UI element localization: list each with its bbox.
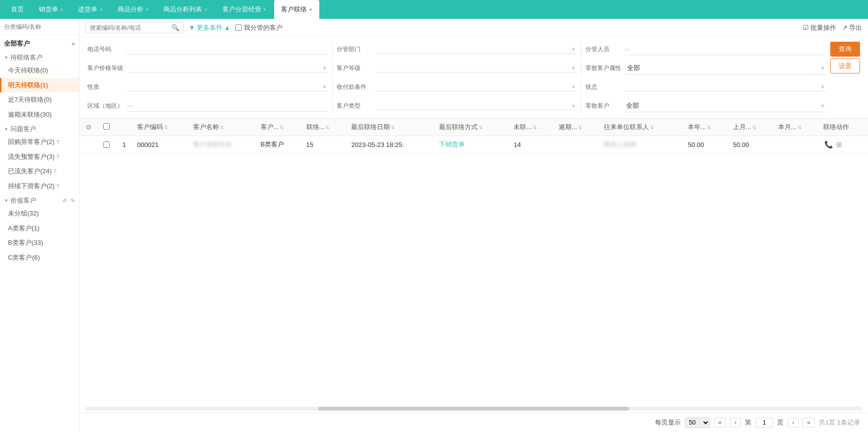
batch-op-btn[interactable]: ☑ 批量操作 xyxy=(803,23,836,32)
sort-overdue-icon[interactable]: ⇅ xyxy=(578,125,582,130)
export-btn[interactable]: ↗ 导出 xyxy=(842,23,862,32)
sort-no-contact-icon[interactable]: ⇅ xyxy=(533,125,537,130)
sort-last-method-icon[interactable]: ⇅ xyxy=(479,125,483,130)
search-input[interactable] xyxy=(90,24,169,31)
filter-cust-level-label: 客户等级 xyxy=(337,64,371,72)
filter-search-icon[interactable]: 🔍 xyxy=(171,24,179,31)
sidebar-item-declining[interactable]: 持续下滑客户(2) ? xyxy=(0,179,79,194)
col-last-date: 最后联络日期⇅ xyxy=(347,119,435,136)
sort-this-year-icon[interactable]: ⇅ xyxy=(707,125,711,130)
action-more-icon[interactable]: ⊞ xyxy=(836,141,842,148)
filter-phone-input[interactable] xyxy=(126,44,328,55)
value-group-edit[interactable]: ✎ xyxy=(71,198,75,204)
prev-page-btn[interactable]: ‹ xyxy=(730,418,741,428)
sidebar-item-7days[interactable]: 近7天待联络(0) xyxy=(0,92,79,107)
table-gear-icon[interactable]: ⚙ xyxy=(85,123,92,131)
filter-scatter-attr-arrow: ∨ xyxy=(821,65,824,71)
col-last-month: 上月...⇅ xyxy=(729,119,774,136)
scrollbar-thumb[interactable] xyxy=(318,407,629,411)
nav-analysis-list-close[interactable]: × xyxy=(204,6,207,12)
sidebar-all-customers[interactable]: 全部客户 « xyxy=(0,35,79,50)
sidebar-search-input[interactable] xyxy=(4,23,78,30)
nav-home[interactable]: 首页 xyxy=(4,0,31,19)
filter-price-level-arrow: ∨ xyxy=(323,65,326,71)
sort-last-date-icon[interactable]: ⇅ xyxy=(391,125,395,130)
sidebar-item-churned[interactable]: 已流失客户(24) ? xyxy=(0,164,79,179)
nav-analysis-list[interactable]: 商品分析列表 × xyxy=(156,0,214,19)
last-page-btn[interactable]: » xyxy=(802,418,815,428)
action-phone-icon[interactable]: 📞 xyxy=(824,141,833,148)
filter-row-3: 性质 ∨ 收付款条件 ∨ xyxy=(87,79,826,94)
value-group-refresh[interactable]: ↺ xyxy=(62,198,67,204)
filter-cust-type-select[interactable]: ∨ xyxy=(375,101,578,110)
more-filter-btn[interactable]: ▼ 更多条件 ▲ xyxy=(189,23,230,32)
nav-analysis[interactable]: 商品分析 × xyxy=(111,0,155,19)
filter-cust-level-select[interactable]: ∨ xyxy=(375,64,578,72)
col-action: 联络动作 xyxy=(819,119,868,136)
filter-price-level-select[interactable]: ∨ xyxy=(127,64,328,72)
sidebar-item-b-class[interactable]: B类客户(33) xyxy=(0,235,79,250)
nav-purchase[interactable]: 进货单 × xyxy=(71,0,109,19)
page-number-input[interactable] xyxy=(755,418,773,428)
filter-row-2: 客户价格等级 ∨ 客户等级 ∨ xyxy=(87,61,826,75)
last-method-link[interactable]: 下销货单 xyxy=(439,141,465,148)
sidebar-item-today[interactable]: 今天待联络(0) xyxy=(0,63,79,78)
filter-divider-6 xyxy=(581,79,581,94)
filter-manager-dots[interactable]: ··· xyxy=(624,45,630,53)
sort-this-month-icon[interactable]: ⇅ xyxy=(797,125,801,130)
nav-analysis-close[interactable]: × xyxy=(145,6,148,12)
my-customer-check[interactable] xyxy=(235,24,242,31)
row-checkbox[interactable] xyxy=(103,142,110,148)
nav-customer-tier[interactable]: 客户分层经营 × xyxy=(216,0,273,19)
sidebar-item-c-class[interactable]: C类客户(6) xyxy=(0,250,79,265)
filter-status-select[interactable]: ∨ xyxy=(624,82,826,91)
table-row: 1 000021 客户名称文本 B类客户 15 xyxy=(79,136,868,153)
reset-button[interactable]: 设置 xyxy=(830,59,860,73)
row-contact-cell: 15 xyxy=(302,136,348,153)
query-button[interactable]: 查询 xyxy=(830,42,860,57)
nav-sales[interactable]: 销货单 × xyxy=(32,0,70,19)
my-customer-checkbox[interactable]: 我分管的客户 xyxy=(235,23,283,32)
sidebar-item-churn-warn[interactable]: 流失预警客户(3) ? xyxy=(0,149,79,164)
first-page-btn[interactable]: « xyxy=(714,418,726,428)
sidebar: 🔍 全部客户 « 待联络客户 今天待联络(0) 明天待联络(1) 近7天待联络(… xyxy=(0,19,79,432)
col-overdue: 逾期...⇅ xyxy=(555,119,600,136)
filter-nature-select[interactable]: ∨ xyxy=(126,82,328,91)
filter-status-arrow: ∨ xyxy=(821,84,824,89)
sort-contact-icon[interactable]: ⇅ xyxy=(325,125,329,130)
sort-type-icon[interactable]: ⇅ xyxy=(280,125,284,130)
nav-customer-contact[interactable]: 客户联络 × xyxy=(274,0,319,19)
per-page-label: 每页显示 xyxy=(655,418,681,427)
nav-sales-close[interactable]: × xyxy=(60,6,63,12)
filter-payment-select[interactable]: ∨ xyxy=(375,82,578,91)
filter-dept-select[interactable]: ∨ xyxy=(375,45,578,54)
sidebar-item-abnormal[interactable]: 回购异常客户(2) ? xyxy=(0,135,79,149)
sidebar-item-overdue[interactable]: 逾期未联络(30) xyxy=(0,107,79,122)
filter-divider-3 xyxy=(332,61,333,75)
filter-scatter-select[interactable]: 全部 ∨ xyxy=(624,100,826,112)
nav-customer-contact-close[interactable]: × xyxy=(309,6,312,12)
nav-customer-tier-close[interactable]: × xyxy=(263,6,266,12)
horizontal-scrollbar[interactable] xyxy=(79,405,868,413)
sidebar-collapse-icon[interactable]: « xyxy=(72,40,75,47)
next-page-btn[interactable]: › xyxy=(788,418,798,428)
per-page-select[interactable]: 50 100 200 xyxy=(685,417,710,428)
filter-dept-arrow: ∨ xyxy=(572,46,575,52)
sidebar-item-ungrouped[interactable]: 未分组(32) xyxy=(0,206,79,221)
sort-code-icon[interactable]: ⇅ xyxy=(164,125,168,130)
filter-bar: 🔍 ▼ 更多条件 ▲ 我分管的客户 ☑ 批量操作 ↗ 导出 xyxy=(79,19,868,37)
filter-scatter-attr: 零散客户属性 全部 ∨ xyxy=(585,62,826,74)
sort-name-icon[interactable]: ⇅ xyxy=(220,125,224,130)
sidebar-item-a-class[interactable]: A类客户(1) xyxy=(0,221,79,236)
sidebar-value-group: 价值客户 ↺ ✎ xyxy=(0,193,79,206)
filter-cust-level: 客户等级 ∨ xyxy=(337,64,578,72)
filter-region-dots[interactable]: ··· xyxy=(127,102,133,110)
sidebar-item-tomorrow[interactable]: 明天待联络(1) xyxy=(0,78,79,93)
data-table-wrapper: ⚙ 客户编码⇅ 客户名称⇅ 客户...⇅ xyxy=(79,119,868,405)
nav-purchase-close[interactable]: × xyxy=(99,6,102,12)
filter-scatter-attr-select[interactable]: 全部 ∨ xyxy=(625,62,826,74)
sort-last-month-icon[interactable]: ⇅ xyxy=(752,125,756,130)
sort-unit-contact-icon[interactable]: ⇅ xyxy=(650,125,654,130)
help-icon-churned: ? xyxy=(53,168,56,174)
select-all-checkbox[interactable] xyxy=(103,123,110,130)
